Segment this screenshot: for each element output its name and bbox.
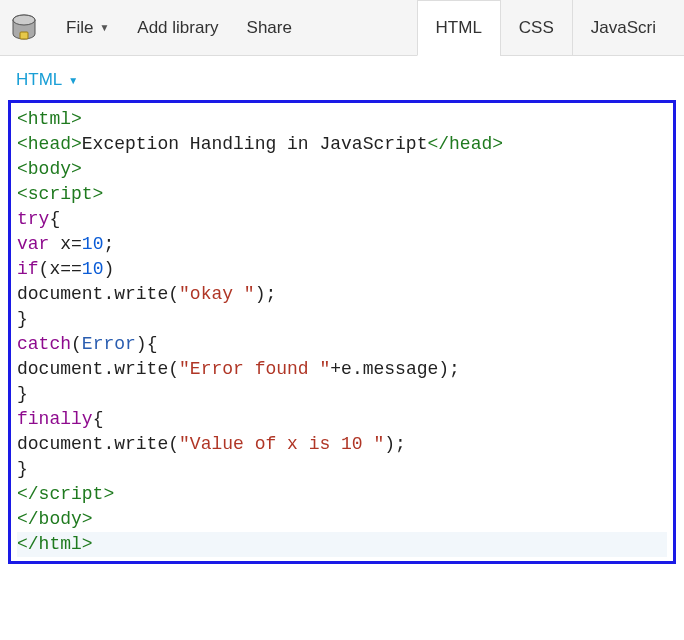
- code-token: }: [17, 459, 28, 479]
- code-token: </head>: [427, 134, 503, 154]
- code-token: <body>: [17, 159, 82, 179]
- code-token: "Value of x is 10 ": [179, 434, 384, 454]
- add-library-label: Add library: [137, 18, 218, 38]
- code-token: <head>: [17, 134, 82, 154]
- code-token: ipt>: [71, 484, 114, 504]
- tab-javascript[interactable]: JavaScri: [572, 0, 674, 55]
- code-editor[interactable]: <html><head>Exception Handling in JavaSc…: [11, 103, 673, 561]
- toolbar: File ▼ Add library Share HTML CSS JavaSc…: [0, 0, 684, 56]
- tab-css-label: CSS: [519, 18, 554, 38]
- code-token: </html>: [17, 534, 93, 554]
- share-label: Share: [247, 18, 292, 38]
- code-line[interactable]: </body>: [17, 507, 667, 532]
- code-token: var: [17, 234, 49, 254]
- code-line[interactable]: catch(Error){: [17, 332, 667, 357]
- code-token: document.write(: [17, 284, 179, 304]
- code-token: try: [17, 209, 49, 229]
- code-token: ==: [60, 259, 82, 279]
- code-token: (x: [39, 259, 61, 279]
- tab-css[interactable]: CSS: [500, 0, 572, 55]
- code-line[interactable]: finally{: [17, 407, 667, 432]
- code-token: Exception Handling in JavaScript: [82, 134, 428, 154]
- code-token: +: [330, 359, 341, 379]
- code-line[interactable]: <body>: [17, 157, 667, 182]
- code-line[interactable]: if(x==10): [17, 257, 667, 282]
- code-token: {: [49, 209, 60, 229]
- code-line[interactable]: <head>Exception Handling in JavaScript</…: [17, 132, 667, 157]
- code-token: "okay ": [179, 284, 255, 304]
- code-line[interactable]: <html>: [17, 107, 667, 132]
- code-line[interactable]: document.write("okay ");: [17, 282, 667, 307]
- code-line[interactable]: <script>: [17, 182, 667, 207]
- code-token: document.write(: [17, 434, 179, 454]
- app-logo-icon: [10, 13, 38, 43]
- code-line[interactable]: document.write("Error found "+e.message)…: [17, 357, 667, 382]
- code-token: document.write(: [17, 359, 179, 379]
- panel-mode-label: HTML: [16, 70, 62, 90]
- code-token: "Error found ": [179, 359, 330, 379]
- code-line[interactable]: </html>: [17, 532, 667, 557]
- file-menu[interactable]: File ▼: [52, 10, 123, 46]
- svg-point-1: [13, 15, 35, 25]
- code-token: x: [49, 234, 71, 254]
- code-token: 10: [82, 259, 104, 279]
- code-token: }: [17, 309, 28, 329]
- panel-mode-selector[interactable]: HTML ▼: [0, 56, 684, 100]
- code-token: catch: [17, 334, 71, 354]
- caret-down-icon: ▼: [99, 22, 109, 33]
- share-button[interactable]: Share: [233, 10, 306, 46]
- code-token: );: [255, 284, 277, 304]
- code-line[interactable]: document.write("Value of x is 10 ");: [17, 432, 667, 457]
- code-token: =: [71, 234, 82, 254]
- code-token: }: [17, 384, 28, 404]
- code-token: </scr: [17, 484, 71, 504]
- caret-down-icon: ▼: [68, 75, 78, 86]
- code-line[interactable]: }: [17, 382, 667, 407]
- code-line[interactable]: }: [17, 457, 667, 482]
- code-token: e.message);: [341, 359, 460, 379]
- tab-html-label: HTML: [436, 18, 482, 38]
- code-token: ): [103, 259, 114, 279]
- file-menu-label: File: [66, 18, 93, 38]
- svg-rect-2: [20, 32, 28, 39]
- code-token: ;: [103, 234, 114, 254]
- code-token: 10: [82, 234, 104, 254]
- code-line[interactable]: try{: [17, 207, 667, 232]
- code-token: if: [17, 259, 39, 279]
- editor-tabs: HTML CSS JavaScri: [417, 0, 674, 55]
- tab-html[interactable]: HTML: [417, 0, 500, 56]
- code-token: </body>: [17, 509, 93, 529]
- code-token: <html>: [17, 109, 82, 129]
- code-token: );: [384, 434, 406, 454]
- code-token: {: [93, 409, 104, 429]
- code-line[interactable]: </script>: [17, 482, 667, 507]
- code-line[interactable]: var x=10;: [17, 232, 667, 257]
- code-line[interactable]: }: [17, 307, 667, 332]
- tab-javascript-label: JavaScri: [591, 18, 656, 38]
- code-token: (: [71, 334, 82, 354]
- code-token: ){: [136, 334, 158, 354]
- code-editor-frame: <html><head>Exception Handling in JavaSc…: [8, 100, 676, 564]
- code-token: finally: [17, 409, 93, 429]
- code-token: <script>: [17, 184, 103, 204]
- add-library-button[interactable]: Add library: [123, 10, 232, 46]
- code-token: Error: [82, 334, 136, 354]
